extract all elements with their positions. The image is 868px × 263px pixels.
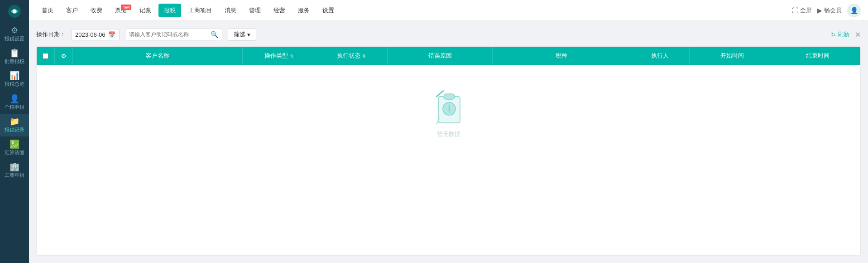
close-icon: ✕ [855, 31, 861, 39]
search-icon: 🔍 [211, 31, 218, 38]
overview-icon: 📊 [10, 72, 19, 80]
nav-item-fuwu[interactable]: 服务 [293, 4, 315, 17]
nav-item-jingying[interactable]: 经营 [268, 4, 291, 17]
sidebar-item-label: 汇算清缴 [5, 150, 24, 156]
sidebar-item-baoshuishezhi[interactable]: ⚙ 报税设置 [0, 23, 29, 45]
refresh-button[interactable]: ↻ 刷新 [831, 30, 849, 39]
sidebar-item-label: 报税总览 [5, 81, 24, 87]
th-tax-type: 税种 [493, 47, 630, 64]
nav-item-shezhi[interactable]: 设置 [317, 4, 340, 17]
avatar-icon: 👤 [850, 7, 858, 14]
chevron-down-icon: ▾ [247, 31, 250, 38]
toolbar: 操作日期： 2023-06-06 📅 🔍 筛选 ▾ ↻ 刷新 [36, 28, 861, 41]
sidebar-item-huisuanqingchao[interactable]: 💹 汇算清缴 [0, 136, 29, 159]
sort-icon: ⇅ [290, 54, 293, 58]
filter-label: 筛选 [234, 30, 245, 39]
svg-line-2 [436, 91, 443, 97]
th-end-time: 结束时间 [775, 47, 860, 64]
fullscreen-icon: ⛶ [792, 7, 798, 14]
filter-button[interactable]: 筛选 ▾ [228, 28, 256, 41]
nav-item-shouye[interactable]: 首页 [36, 4, 59, 17]
fullscreen-button[interactable]: ⛶ 全屏 [792, 6, 812, 15]
th-exec-status[interactable]: 执行状态 ⇅ [315, 47, 388, 64]
nav-item-guanli[interactable]: 管理 [244, 4, 266, 17]
new-badge: new [121, 5, 131, 10]
th-executor: 执行人 [630, 47, 690, 64]
sidebar-item-baoshuizonglan[interactable]: 📊 报税总览 [0, 68, 29, 91]
annual-report-icon: 🏢 [10, 163, 19, 171]
gear-icon: ⚙ [61, 53, 67, 59]
svg-rect-5 [444, 94, 455, 99]
nav-item-piao[interactable]: 票据 new [110, 4, 132, 17]
sidebar-item-label: 报税记录 [5, 127, 24, 133]
close-button[interactable]: ✕ [855, 30, 861, 39]
nav-right: ⛶ 全屏 ▶ 畅会员 👤 [792, 4, 861, 17]
personal-tax-icon: 👤 [10, 95, 19, 103]
empty-state: 暂无数据 [37, 65, 860, 156]
main-area: 首页 客户 收费 票据 new 记账 报税 工商项目 消息 [29, 0, 868, 263]
record-icon: 📁 [10, 117, 19, 126]
settings-icon: ⚙ [11, 26, 18, 34]
sidebar-item-geshuishenbao[interactable]: 👤 个税申报 [0, 91, 29, 114]
th-start-time: 开始时间 [690, 47, 775, 64]
table-body: 暂无数据 [37, 65, 860, 255]
sidebar-item-gongshangnianbaoa[interactable]: 🏢 工商年报 [0, 159, 29, 182]
nav-item-shoufei[interactable]: 收费 [85, 4, 108, 17]
nav-item-baoshui[interactable]: 报税 [158, 4, 181, 17]
settlement-icon: 💹 [10, 140, 19, 148]
nav-item-xiaoxi[interactable]: 消息 [219, 4, 242, 17]
svg-point-1 [13, 10, 16, 13]
sidebar-item-piliangbaoshui[interactable]: 📋 批量报税 [0, 45, 29, 68]
top-nav: 首页 客户 收费 票据 new 记账 报税 工商项目 消息 [29, 0, 868, 21]
th-settings[interactable]: ⚙ [55, 48, 73, 64]
sidebar-item-label: 个税申报 [5, 104, 24, 110]
toolbar-right: ↻ 刷新 ✕ [831, 30, 861, 39]
table-container: ⚙ 客户名称 操作类型 ⇅ 执行状态 ⇅ 错误原因 税种 [36, 46, 861, 256]
date-value: 2023-06-06 [75, 31, 106, 38]
select-all-checkbox[interactable] [43, 53, 48, 59]
nav-item-jizhang[interactable]: 记账 [134, 4, 157, 17]
batch-tax-icon: 📋 [10, 49, 19, 57]
sidebar: ⚙ 报税设置 📋 批量报税 📊 报税总览 👤 个税申报 📁 报税记录 💹 汇算清… [0, 0, 29, 263]
nav-items: 首页 客户 收费 票据 new 记账 报税 工商项目 消息 [36, 4, 792, 17]
sidebar-item-label: 工商年报 [5, 172, 24, 178]
avatar[interactable]: 👤 [847, 4, 861, 17]
th-error: 错误原因 [388, 47, 493, 64]
empty-text: 暂无数据 [437, 130, 460, 138]
table-header: ⚙ 客户名称 操作类型 ⇅ 执行状态 ⇅ 错误原因 税种 [37, 47, 860, 65]
calendar-icon: 📅 [108, 31, 115, 38]
member-button[interactable]: ▶ 畅会员 [817, 6, 842, 15]
nav-item-kehu[interactable]: 客户 [61, 4, 83, 17]
member-icon: ▶ [817, 7, 822, 14]
sidebar-item-baoshuijilu[interactable]: 📁 报税记录 [0, 114, 29, 136]
content: 操作日期： 2023-06-06 📅 🔍 筛选 ▾ ↻ 刷新 [29, 21, 868, 263]
th-checkbox[interactable] [37, 49, 55, 63]
date-picker[interactable]: 2023-06-06 📅 [71, 29, 120, 40]
svg-point-8 [448, 112, 450, 113]
search-input[interactable] [125, 29, 207, 39]
th-op-type[interactable]: 操作类型 ⇅ [243, 47, 315, 64]
empty-illustration [428, 83, 469, 128]
th-customer: 客户名称 [73, 47, 243, 64]
search-box: 🔍 [125, 29, 222, 40]
refresh-icon: ↻ [831, 31, 836, 38]
sort-icon: ⇅ [362, 54, 366, 58]
search-button[interactable]: 🔍 [207, 29, 222, 40]
sidebar-item-label: 报税设置 [5, 36, 24, 42]
date-label: 操作日期： [36, 30, 66, 39]
nav-item-gongshang[interactable]: 工商项目 [183, 4, 217, 17]
sidebar-item-label: 批量报税 [5, 58, 24, 64]
app-logo[interactable] [0, 0, 29, 23]
